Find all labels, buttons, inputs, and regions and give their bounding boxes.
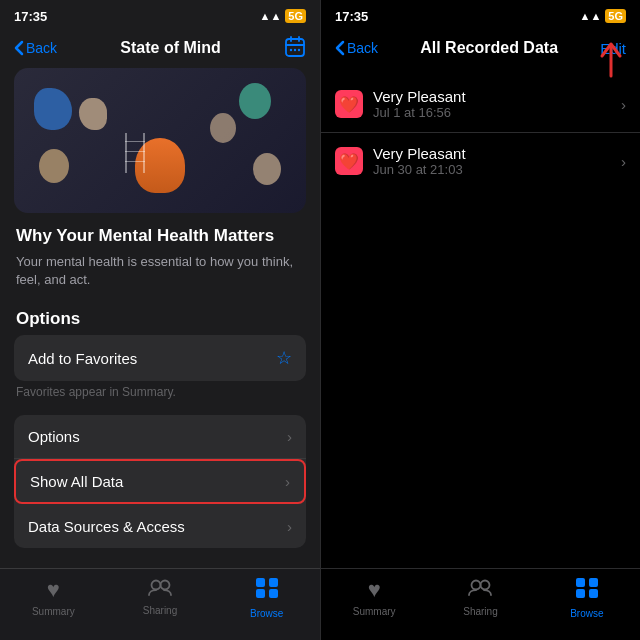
battery-right: 5G <box>605 9 626 23</box>
options-label: Options <box>28 428 80 445</box>
svg-point-1 <box>290 48 292 50</box>
figure-cream2 <box>210 113 236 143</box>
browse-label-right: Browse <box>570 608 603 619</box>
svg-rect-0 <box>286 39 304 56</box>
back-button-left[interactable]: Back <box>14 40 57 56</box>
page-title-right: All Recorded Data <box>420 39 558 57</box>
show-all-data-label: Show All Data <box>30 473 123 490</box>
status-bar-left: 17:35 ▲▲ 5G <box>0 0 320 28</box>
page-title-left: State of Mind <box>120 39 220 57</box>
edit-button[interactable]: Edit <box>600 40 626 57</box>
data-list: ❤️ Very Pleasant Jul 1 at 16:56 › ❤️ Ver… <box>321 68 640 640</box>
sharing-label-right: Sharing <box>463 606 497 617</box>
tab-browse-left[interactable]: Browse <box>213 577 320 619</box>
chevron-sources-icon: › <box>287 518 292 535</box>
calendar-icon <box>284 36 306 58</box>
back-button-right[interactable]: Back <box>335 40 378 56</box>
summary-label-right: Summary <box>353 606 396 617</box>
svg-rect-9 <box>269 589 278 598</box>
article-body: Your mental health is essential to how y… <box>16 253 304 289</box>
svg-rect-15 <box>589 589 598 598</box>
figure-cream1 <box>79 98 107 130</box>
svg-point-10 <box>472 581 481 590</box>
browse-icon-left <box>255 577 279 605</box>
svg-rect-8 <box>256 589 265 598</box>
chevron-row1-icon: › <box>621 96 626 113</box>
favorites-list: Add to Favorites ☆ <box>14 335 306 381</box>
tab-summary-left[interactable]: ♥ Summary <box>0 577 107 617</box>
article-section: Why Your Mental Health Matters Your ment… <box>0 213 320 297</box>
svg-rect-12 <box>576 578 585 587</box>
tab-sharing-left[interactable]: Sharing <box>107 577 214 616</box>
data-sources-item[interactable]: Data Sources & Access › <box>14 504 306 548</box>
status-icons-left: ▲▲ 5G <box>260 9 306 23</box>
svg-rect-14 <box>576 589 585 598</box>
table-row[interactable]: ❤️ Very Pleasant Jul 1 at 16:56 › <box>321 76 640 133</box>
svg-rect-7 <box>269 578 278 587</box>
mood-label-1: Very Pleasant <box>373 88 611 105</box>
svg-point-5 <box>161 581 170 590</box>
mood-icon-1: ❤️ <box>335 90 363 118</box>
nav-bar-left: Back State of Mind <box>0 28 320 68</box>
mood-label-2: Very Pleasant <box>373 145 611 162</box>
svg-rect-6 <box>256 578 265 587</box>
mood-date-2: Jun 30 at 21:03 <box>373 162 611 177</box>
svg-point-2 <box>294 48 296 50</box>
options-item[interactable]: Options › <box>14 415 306 459</box>
row-content-2: Very Pleasant Jun 30 at 21:03 <box>373 145 611 177</box>
left-screen: 17:35 ▲▲ 5G Back State of Mind <box>0 0 320 640</box>
row-content-1: Very Pleasant Jul 1 at 16:56 <box>373 88 611 120</box>
chevron-show-all-icon: › <box>285 473 290 490</box>
options-header: Options <box>0 297 320 335</box>
add-to-favorites-item[interactable]: Add to Favorites ☆ <box>14 335 306 381</box>
signal-icon-right: ▲▲ <box>580 10 602 22</box>
time-right: 17:35 <box>335 9 368 24</box>
chevron-row2-icon: › <box>621 153 626 170</box>
browse-label-left: Browse <box>250 608 283 619</box>
figure-cream4 <box>253 153 281 185</box>
browse-icon-right <box>575 577 599 605</box>
chevron-options-icon: › <box>287 428 292 445</box>
figure-cream3 <box>39 149 69 183</box>
tab-summary-right[interactable]: ♥ Summary <box>321 577 427 617</box>
article-title: Why Your Mental Health Matters <box>16 225 304 247</box>
status-icons-right: ▲▲ 5G <box>580 9 626 23</box>
svg-point-4 <box>152 581 161 590</box>
svg-rect-13 <box>589 578 598 587</box>
svg-point-11 <box>481 581 490 590</box>
options-menu-list: Options › Show All Data › Data Sources &… <box>14 415 306 548</box>
nav-bar-right: Back All Recorded Data Edit <box>321 28 640 68</box>
favorites-hint: Favorites appear in Summary. <box>0 381 320 407</box>
tab-bar-left: ♥ Summary Sharing Bro <box>0 568 320 640</box>
hero-image <box>14 68 306 213</box>
sharing-icon-left <box>148 577 172 602</box>
battery-left: 5G <box>285 9 306 23</box>
svg-point-3 <box>298 48 300 50</box>
chevron-left-icon <box>14 40 24 56</box>
summary-label-left: Summary <box>32 606 75 617</box>
favorites-label: Add to Favorites <box>28 350 137 367</box>
ladder-icon <box>125 133 145 173</box>
mood-date-1: Jul 1 at 16:56 <box>373 105 611 120</box>
data-sources-label: Data Sources & Access <box>28 518 185 535</box>
figure-teal <box>239 83 271 119</box>
show-all-data-item[interactable]: Show All Data › <box>14 459 306 504</box>
star-icon: ☆ <box>276 347 292 369</box>
tab-bar-right: ♥ Summary Sharing Bro <box>321 568 640 640</box>
mood-icon-2: ❤️ <box>335 147 363 175</box>
right-screen: 17:35 ▲▲ 5G Back All Recorded Data Edit … <box>320 0 640 640</box>
sharing-label-left: Sharing <box>143 605 177 616</box>
time-left: 17:35 <box>14 9 47 24</box>
signal-icon-left: ▲▲ <box>260 10 282 22</box>
chevron-left-icon-right <box>335 40 345 56</box>
sharing-icon-right <box>468 577 492 603</box>
summary-icon-left: ♥ <box>47 577 60 603</box>
calendar-button[interactable] <box>284 36 306 61</box>
figure-blue <box>34 88 72 130</box>
table-row[interactable]: ❤️ Very Pleasant Jun 30 at 21:03 › <box>321 133 640 189</box>
tab-browse-right[interactable]: Browse <box>534 577 640 619</box>
status-bar-right: 17:35 ▲▲ 5G <box>321 0 640 28</box>
summary-icon-right: ♥ <box>368 577 381 603</box>
tab-sharing-right[interactable]: Sharing <box>427 577 533 617</box>
